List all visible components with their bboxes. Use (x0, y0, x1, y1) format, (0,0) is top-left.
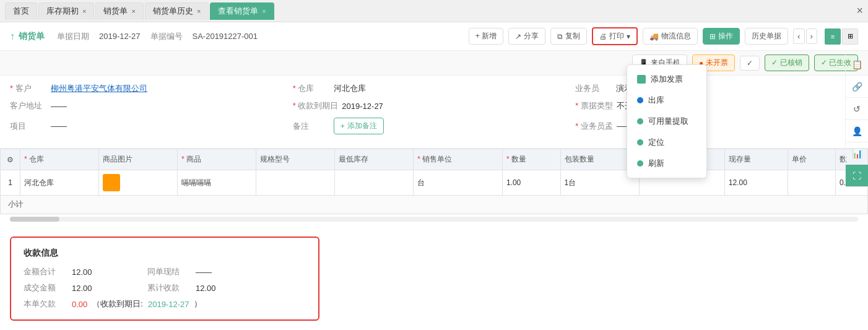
row-product: 嗝嗝嗝嗝 (178, 170, 256, 196)
payment-info-title: 收款信息 (24, 248, 306, 259)
effective-icon: ✓ (821, 58, 827, 67)
min-stock-col-header: 最低库存 (335, 149, 414, 170)
voided-button[interactable]: ✓ 已核销 (765, 54, 809, 71)
qty-col-header: * 数量 (502, 149, 560, 170)
same-order-row: 同单现结 —— (147, 266, 271, 277)
owed-note: （收款到期日: (92, 298, 143, 310)
copy-button[interactable]: ⧉ 复制 (550, 28, 587, 45)
prev-button[interactable]: ‹ (793, 28, 804, 44)
window-close-button[interactable]: × (856, 4, 863, 17)
add-invoice-item[interactable]: 添加发票 (627, 69, 706, 90)
share-button[interactable]: ↗ 分享 (508, 28, 545, 45)
next-button[interactable]: › (806, 28, 817, 44)
employee-field: 业务员 演示账号 (575, 83, 858, 94)
tab-bar: 首页 库存期初 × 销货单 × 销货单历史 × 查看销货单 × × (0, 0, 868, 22)
table-row: 1 河北仓库 嗝嗝嗝嗝 台 1.00 1台 12.00 0. (1, 170, 868, 196)
truck-icon: 🚚 (649, 32, 659, 41)
tab-sales-close[interactable]: × (131, 7, 135, 15)
row-current: 12.00 (724, 170, 788, 196)
doc-title: ↑ 销货单 (10, 31, 45, 42)
tab-sales[interactable]: 销货单 × (95, 2, 143, 20)
new-button[interactable]: + 新增 (469, 28, 503, 45)
row-unit: 台 (414, 170, 503, 196)
form-row-2: 客户地址 —— 收款到期日 2019-12-27 票据类型 不开票 (10, 100, 858, 111)
unit-col-header: * 销售单位 (414, 149, 503, 170)
doc-actions: + 新增 ↗ 分享 ⧉ 复制 🖨 打印 ▾ 🚚 物流信息 ⊞ 操作 (469, 27, 858, 45)
trade-row: 成交金额 12.00 (24, 282, 147, 293)
right-icon-expand[interactable]: ⛶ (846, 165, 868, 187)
print-icon: 🖨 (599, 32, 607, 41)
tab-view-sales-label: 查看销货单 (218, 6, 258, 17)
grid-view-button[interactable]: ⊞ (842, 28, 858, 45)
salesperson-field: 业务员孟 —— (575, 121, 858, 132)
available-icon (637, 118, 643, 124)
right-icon-clipboard[interactable]: 📋 (846, 53, 868, 76)
note-label: 备注 (293, 121, 330, 132)
scrollbar-thumb[interactable] (10, 217, 59, 222)
available-qty-label: 可用量提取 (648, 116, 688, 127)
settings-col-header: ⚙ (1, 149, 20, 170)
print-button[interactable]: 🖨 打印 ▾ (592, 27, 638, 45)
customer-value[interactable]: 柳州粤港平安气体有限公司 (51, 83, 147, 94)
total-value: 12.00 (72, 267, 92, 277)
locate-label: 定位 (648, 137, 664, 148)
right-icon-user[interactable]: 👤 (846, 120, 868, 142)
form-row-1: 客户 柳州粤港平安气体有限公司 仓库 河北仓库 业务员 演示账号 (10, 83, 858, 94)
total-label: 金额合计 (24, 266, 67, 277)
products-table: ⚙ * 仓库 商品图片 * 商品 规格型号 最低库存 * 销售单位 * 数量 包… (0, 149, 868, 214)
payment-date-label: 收款到期日 (293, 100, 339, 111)
logistics-button[interactable]: 🚚 物流信息 (643, 28, 698, 45)
nav-arrows: ‹ › (793, 28, 817, 44)
tab-sales-history[interactable]: 销货单历史 × (145, 2, 209, 20)
check-button[interactable]: ✓ (740, 56, 760, 71)
owed-label: 本单欠款 (24, 298, 67, 310)
add-invoice-label: 添加发票 (651, 74, 683, 85)
employee-label: 业务员 (575, 83, 612, 94)
image-col-header: 商品图片 (99, 149, 178, 170)
operations-button[interactable]: ⊞ 操作 (703, 28, 740, 45)
main-content: ↑ 销货单 单据日期 2019-12-27 单据编号 SA-20191227-0… (0, 22, 868, 330)
tab-inventory-label: 库存期初 (46, 6, 79, 17)
tab-view-sales[interactable]: 查看销货单 × (210, 2, 274, 20)
outbound-label: 出库 (648, 95, 664, 106)
tab-view-sales-close[interactable]: × (262, 7, 266, 15)
project-field: 项目 —— (10, 121, 293, 132)
total-row: 金额合计 12.00 (24, 266, 147, 277)
table-scrollbar[interactable] (10, 217, 858, 222)
salesperson-label: 业务员孟 (575, 121, 613, 132)
refresh-icon (637, 160, 643, 167)
tab-sales-history-close[interactable]: × (197, 7, 201, 15)
list-view-button[interactable]: ≡ (825, 28, 841, 45)
trade-value: 12.00 (72, 284, 92, 293)
owed-row: 本单欠款 0.00 （收款到期日: 2019-12-27 ） (24, 298, 271, 310)
address-field: 客户地址 —— (10, 100, 293, 111)
owed-value: 0.00 (72, 300, 87, 309)
customer-field: 客户 柳州粤港平安气体有限公司 (10, 83, 293, 94)
tab-home[interactable]: 首页 (5, 2, 37, 20)
tab-inventory[interactable]: 库存期初 × (38, 2, 94, 20)
date-label: 单据日期 (57, 31, 89, 42)
add-note-button[interactable]: + 添加备注 (334, 118, 384, 134)
tab-sales-history-label: 销货单历史 (153, 6, 193, 17)
tab-sales-label: 销货单 (103, 6, 128, 17)
product-thumbnail (103, 174, 120, 191)
right-icon-refresh[interactable]: ↺ (846, 98, 868, 120)
tab-inventory-close[interactable]: × (82, 7, 86, 15)
trade-label: 成交金额 (24, 282, 67, 293)
date-value: 2019-12-27 (99, 32, 141, 41)
row-spec (256, 170, 335, 196)
ticket-field: 票据类型 不开票 (575, 100, 858, 111)
right-icon-link[interactable]: 🔗 (846, 76, 868, 98)
row-min-stock (335, 170, 414, 196)
outbound-item[interactable]: 出库 (627, 90, 706, 111)
refresh-item[interactable]: 刷新 (627, 153, 706, 174)
right-icon-chart[interactable]: 📊 (846, 142, 868, 165)
right-icons-panel: 📋 🔗 ↺ 👤 📊 ⛶ (845, 53, 868, 187)
table-header-row: ⚙ * 仓库 商品图片 * 商品 规格型号 最低库存 * 销售单位 * 数量 包… (1, 149, 868, 170)
project-value: —— (51, 121, 67, 131)
locate-item[interactable]: 定位 (627, 132, 706, 153)
warehouse-col-header: * 仓库 (20, 149, 99, 170)
history-button[interactable]: 历史单据 (745, 28, 788, 45)
available-qty-item[interactable]: 可用量提取 (627, 111, 706, 132)
ticket-label: 票据类型 (575, 100, 613, 111)
